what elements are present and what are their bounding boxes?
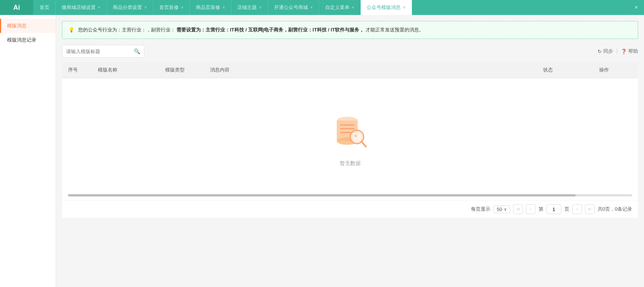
col-content: 消息内容 xyxy=(204,62,537,78)
tab-label: 公众号模版消息 xyxy=(367,4,401,11)
tab-label: 店铺主题 xyxy=(237,4,257,11)
toolbar-right: ↻ 同步 ❓ 帮助 xyxy=(598,48,638,55)
tab-close-shop-settings[interactable]: × xyxy=(98,5,101,10)
empty-text: 暂无数据 xyxy=(340,160,361,167)
tab-close-template-msg[interactable]: × xyxy=(403,5,406,10)
page-word: 第 xyxy=(539,206,543,213)
empty-state: 暂无数据 xyxy=(320,102,380,174)
tab-template-msg[interactable]: 公众号模版消息× xyxy=(361,0,412,15)
table-header: 序号 模版名称 模版类型 消息内容 状态 操作 xyxy=(62,62,638,78)
toolbar-divider xyxy=(617,49,617,54)
page-size-label: 每页显示 xyxy=(471,206,490,213)
tabs-container: 首页微商城店铺设置×商品分类设置×首页装修×商品页装修×店铺主题×开通公众号商城… xyxy=(34,0,629,15)
first-page-button[interactable]: ⊲ xyxy=(513,204,523,214)
tab-bar: Ai 首页微商城店铺设置×商品分类设置×首页装修×商品页装修×店铺主题×开通公众… xyxy=(0,0,644,15)
pagination: 每页显示 50 ∨ ⊲ ‹ 第 页 › ⊳ 共0页，0条记录 xyxy=(62,200,638,218)
current-page-input[interactable] xyxy=(546,204,561,214)
tab-product-decor[interactable]: 商品页装修× xyxy=(190,0,231,15)
help-button[interactable]: ❓ 帮助 xyxy=(621,48,638,55)
last-page-button[interactable]: ⊳ xyxy=(585,204,595,214)
scrollbar-thumb[interactable] xyxy=(68,194,576,196)
scrollbar-area[interactable] xyxy=(62,190,638,200)
help-icon: ❓ xyxy=(621,49,627,54)
tab-close-open-mall[interactable]: × xyxy=(310,5,313,10)
tab-close-shop-theme[interactable]: × xyxy=(259,5,262,10)
svg-line-8 xyxy=(361,141,366,147)
notice-highlight: 需要设置为：主营行业：IT科技 / 互联网|电子商务，副营行业：IT科技 / I… xyxy=(176,27,364,33)
tab-close-product-decor[interactable]: × xyxy=(222,5,225,10)
search-input[interactable] xyxy=(66,49,132,54)
sync-icon: ↻ xyxy=(598,49,602,54)
sidebar-container: 模版消息模版消息记录 xyxy=(0,19,56,47)
sync-label: 同步 xyxy=(603,48,613,55)
tab-category-settings[interactable]: 商品分类设置× xyxy=(107,0,153,15)
tab-label: 商品分类设置 xyxy=(113,4,142,11)
tab-logo[interactable]: Ai xyxy=(0,0,34,15)
page-suffix: 页 xyxy=(564,206,569,213)
search-icon[interactable]: 🔍 xyxy=(134,48,140,54)
tab-home-decor[interactable]: 首页装修× xyxy=(153,0,190,15)
tab-label: 商品页装修 xyxy=(196,4,220,11)
total-info: 共0页，0条记录 xyxy=(598,206,632,213)
search-input-wrap[interactable]: 🔍 xyxy=(62,45,144,58)
svg-point-9 xyxy=(354,134,357,137)
page-size-value: 50 xyxy=(497,207,502,212)
page-size-select[interactable]: 50 ∨ xyxy=(493,205,510,213)
close-all-button[interactable]: × xyxy=(629,0,644,15)
notice-icon: 💡 xyxy=(68,27,74,33)
col-type: 模版类型 xyxy=(159,62,204,78)
sidebar-item-template-msg-log[interactable]: 模版消息记录 xyxy=(0,33,56,47)
tab-label: 首页 xyxy=(40,4,49,11)
page-size-arrow: ∨ xyxy=(504,207,507,212)
col-name: 模版名称 xyxy=(92,62,159,78)
tab-label: 首页装修 xyxy=(159,4,179,11)
prev-page-button[interactable]: ‹ xyxy=(526,204,536,214)
sync-button[interactable]: ↻ 同步 xyxy=(598,48,613,55)
tab-label: 微商城店铺设置 xyxy=(62,4,96,11)
tab-shop-theme[interactable]: 店铺主题× xyxy=(231,0,268,15)
tab-close-category-settings[interactable]: × xyxy=(144,5,147,10)
col-seq: 序号 xyxy=(62,62,92,78)
col-action: 操作 xyxy=(593,62,638,78)
main-layout: 模版消息模版消息记录 💡 您的公众号行业为：主营行业：，副营行业： 需要设置为：… xyxy=(0,15,644,287)
notice-box: 💡 您的公众号行业为：主营行业：，副营行业： 需要设置为：主营行业：IT科技 /… xyxy=(62,21,638,39)
tab-shop-settings[interactable]: 微商城店铺设置× xyxy=(56,0,107,15)
tab-open-mall[interactable]: 开通公众号商城× xyxy=(268,0,319,15)
table-body: 暂无数据 xyxy=(62,78,638,190)
sidebar-item-template-msg[interactable]: 模版消息 xyxy=(0,19,56,33)
notice-suffix: 才能正常发送预置的消息。 xyxy=(366,27,424,33)
col-status: 状态 xyxy=(537,62,593,78)
tab-label: 开通公众号商城 xyxy=(274,4,308,11)
svg-point-7 xyxy=(352,132,361,141)
tab-custom-menu[interactable]: 自定义菜单× xyxy=(319,0,361,15)
scrollbar-track[interactable] xyxy=(68,194,632,196)
tab-close-custom-menu[interactable]: × xyxy=(352,5,354,10)
content-area: 💡 您的公众号行业为：主营行业：，副营行业： 需要设置为：主营行业：IT科技 /… xyxy=(56,15,644,287)
help-label: 帮助 xyxy=(628,48,638,55)
data-table: 序号 模版名称 模版类型 消息内容 状态 操作 xyxy=(62,62,638,218)
notice-prefix: 您的公众号行业为：主营行业：，副营行业： xyxy=(78,27,175,33)
search-bar: 🔍 ↻ 同步 ❓ 帮助 xyxy=(62,45,638,58)
empty-illustration xyxy=(328,109,373,154)
logo-text: Ai xyxy=(13,4,20,12)
tab-home[interactable]: 首页 xyxy=(34,0,56,15)
next-page-button[interactable]: › xyxy=(572,204,582,214)
tab-label: 自定义菜单 xyxy=(325,4,349,11)
sidebar: 模版消息模版消息记录 xyxy=(0,15,56,287)
tab-close-home-decor[interactable]: × xyxy=(181,5,184,10)
